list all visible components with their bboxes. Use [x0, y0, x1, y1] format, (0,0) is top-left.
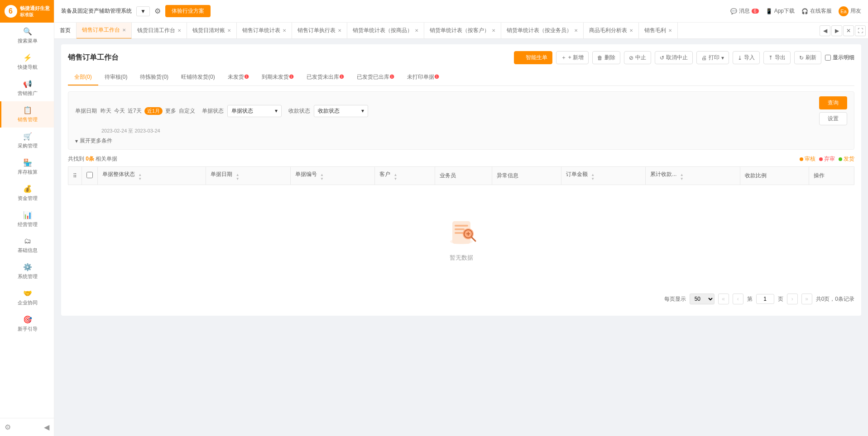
system-dropdown[interactable]: ▼	[136, 6, 150, 16]
today-shortcut[interactable]: 今天	[114, 107, 125, 115]
tab-cash-daily-close[interactable]: ✕	[177, 28, 181, 33]
industry-solution-button[interactable]: 体验行业方案	[165, 5, 211, 17]
tab-sales-stat-staff-close[interactable]: ✕	[574, 28, 578, 33]
sub-tab-pending-pickup[interactable]: 待拣验货(0)	[134, 70, 175, 85]
sub-tab-not-printed[interactable]: 未打印单据❶	[401, 70, 446, 85]
table-header: 共找到 0条 相关单据 审核 弃审 发货	[68, 155, 854, 163]
tab-fullscreen-button[interactable]: ⛶	[855, 25, 866, 36]
tab-cash-daily-label: 钱货日清工作台	[137, 27, 175, 34]
sub-tab-not-shipped[interactable]: 未发货❶	[221, 70, 255, 85]
tab-sales-stat-customer-close[interactable]: ✕	[492, 28, 495, 33]
filter-settings-button[interactable]: 设置	[819, 112, 847, 125]
tab-goods-margin-close[interactable]: ✕	[629, 28, 633, 33]
1month-shortcut[interactable]: 近1月	[144, 107, 163, 115]
review-dot	[800, 157, 803, 161]
sidebar-item-inventory[interactable]: 🏪 库存核算	[0, 154, 54, 180]
online-service-action[interactable]: 🎧 在线客服	[801, 7, 832, 15]
show-detail-toggle[interactable]: 显示明细	[825, 54, 854, 62]
more-shortcut[interactable]: 更多	[165, 107, 176, 115]
tab-sales-profit[interactable]: 销售毛利 ✕	[639, 23, 678, 39]
table-scroll-area[interactable]: ⠿ 单据整体状态 ▲▼ 单据日期 ▲▼ 单据编号	[68, 166, 854, 289]
tab-next-button[interactable]: ▶	[831, 25, 842, 36]
expand-filter-button[interactable]: ▾ 展开更多条件	[75, 137, 847, 145]
th-amount: 订单金额 ▲▼	[561, 167, 646, 185]
tab-prev-button[interactable]: ◀	[820, 25, 830, 36]
app-download-action[interactable]: 📱 App下载	[766, 7, 795, 15]
export-button[interactable]: ⤒ 导出	[763, 51, 791, 64]
sub-tab-overdue[interactable]: 到期未发货❶	[255, 70, 300, 85]
tab-sales-exec-close[interactable]: ✕	[338, 28, 341, 33]
7days-shortcut[interactable]: 近7天	[128, 107, 142, 115]
sidebar-item-cooperation[interactable]: 🤝 企业协同	[0, 284, 54, 311]
page-input[interactable]	[756, 294, 774, 304]
first-page-button[interactable]: «	[718, 294, 729, 304]
sub-tab-wangpu[interactable]: 旺铺待发货(0)	[175, 70, 221, 85]
tab-cash-daily[interactable]: 钱货日清工作台 ✕	[132, 23, 187, 39]
sub-tab-shipped-out[interactable]: 已发货已出库❶	[350, 70, 401, 85]
show-detail-checkbox[interactable]	[825, 55, 831, 61]
tab-sales-stat-customer[interactable]: 销货单统计表（按客户） ✕	[424, 23, 501, 39]
last-page-button[interactable]: »	[801, 294, 812, 304]
sidebar-item-system[interactable]: ⚙️ 系统管理	[0, 258, 54, 284]
sidebar-item-search[interactable]: 🔍 搜索菜单	[0, 23, 54, 49]
smart-create-button[interactable]: ★ 智能生单	[514, 51, 552, 64]
th-checkbox[interactable]	[82, 167, 98, 185]
sidebar-item-guide[interactable]: 🎯 新手引导	[0, 311, 54, 337]
sidebar-item-marketing[interactable]: 📢 营销推广	[0, 75, 54, 101]
yesterday-shortcut[interactable]: 昨天	[101, 107, 111, 115]
status-select[interactable]: 单据状态 ▾	[227, 105, 282, 117]
sidebar-item-operations[interactable]: 📊 经营管理	[0, 206, 54, 232]
cancel-stop-button[interactable]: ↺ 取消中止	[655, 51, 693, 64]
prev-page-button[interactable]: ‹	[733, 294, 743, 304]
sub-tab-shipped-not-out[interactable]: 已发货未出库❶	[300, 70, 350, 85]
tab-sales-stats[interactable]: 销售订单统计表 ✕	[237, 23, 292, 39]
settings-icon[interactable]: ⚙	[5, 423, 11, 431]
query-button[interactable]: 查询	[819, 96, 847, 109]
tab-cash-reconcile-close[interactable]: ✕	[227, 28, 231, 33]
sidebar-item-finance[interactable]: 💰 资金管理	[0, 180, 54, 206]
table-actions: 审核 弃审 发货	[800, 155, 854, 163]
review-action-button[interactable]: 审核	[800, 155, 815, 163]
refresh-button[interactable]: ↻ 刷新	[794, 51, 821, 64]
ship-action-button[interactable]: 发货	[839, 155, 854, 163]
delete-button[interactable]: 🗑 删除	[592, 51, 620, 64]
tab-sales-stat-goods-label: 销货单统计表（按商品）	[353, 27, 412, 34]
sidebar-item-quick-nav[interactable]: ⚡ 快捷导航	[0, 49, 54, 75]
tab-sales-stat-goods[interactable]: 销货单统计表（按商品） ✕	[347, 23, 424, 39]
payment-select[interactable]: 收款状态 ▾	[314, 105, 368, 117]
per-page-select[interactable]: 50 10 20 100	[690, 294, 715, 304]
operations-icon: 📊	[23, 211, 32, 219]
tab-sales-workbench[interactable]: 销售订单工作台 ✕	[77, 23, 132, 39]
tab-sales-exec[interactable]: 销售订单执行表 ✕	[292, 23, 347, 39]
inventory-icon: 🏪	[23, 158, 32, 167]
reject-action-button[interactable]: 弃审	[819, 155, 835, 163]
settings-gear-icon[interactable]: ⚙	[154, 7, 161, 15]
message-action[interactable]: 💬 消息 6	[730, 7, 759, 15]
tab-sales-stat-staff[interactable]: 销货单统计表（按业务员） ✕	[501, 23, 584, 39]
svg-line-6	[472, 237, 475, 241]
user-action[interactable]: Ea 用友	[839, 6, 861, 16]
sidebar-item-basic[interactable]: 🗂 基础信息	[0, 232, 54, 258]
tab-cash-reconcile[interactable]: 钱货日清对账 ✕	[187, 23, 237, 39]
sub-tab-all[interactable]: 全部(0)	[68, 70, 98, 85]
cooperation-icon: 🤝	[23, 289, 32, 298]
next-page-button[interactable]: ›	[787, 294, 798, 304]
tab-sales-stat-goods-close[interactable]: ✕	[415, 28, 418, 33]
tab-home[interactable]: 首页	[54, 23, 77, 39]
sidebar-item-sales[interactable]: 📋 销售管理	[0, 101, 54, 128]
tab-cash-reconcile-label: 钱货日清对账	[192, 27, 225, 34]
stop-button[interactable]: ⊘ 中止	[624, 51, 651, 64]
tab-close-all-button[interactable]: ✕	[843, 25, 854, 36]
tab-sales-workbench-close[interactable]: ✕	[122, 28, 126, 33]
collapse-icon[interactable]: ◀	[44, 423, 49, 431]
add-button[interactable]: ＋ + 新增	[556, 51, 589, 64]
print-button[interactable]: 🖨 打印 ▾	[696, 51, 729, 64]
sidebar-item-purchase[interactable]: 🛒 采购管理	[0, 128, 54, 154]
tab-goods-margin[interactable]: 商品毛利分析表 ✕	[584, 23, 639, 39]
sub-tab-pending-review[interactable]: 待审核(0)	[98, 70, 134, 85]
select-all-checkbox[interactable]	[86, 172, 93, 178]
tab-sales-profit-close[interactable]: ✕	[668, 28, 672, 33]
custom-shortcut[interactable]: 自定义	[179, 107, 195, 115]
tab-sales-stats-close[interactable]: ✕	[283, 28, 286, 33]
import-button[interactable]: ⤓ 导入	[733, 51, 760, 64]
